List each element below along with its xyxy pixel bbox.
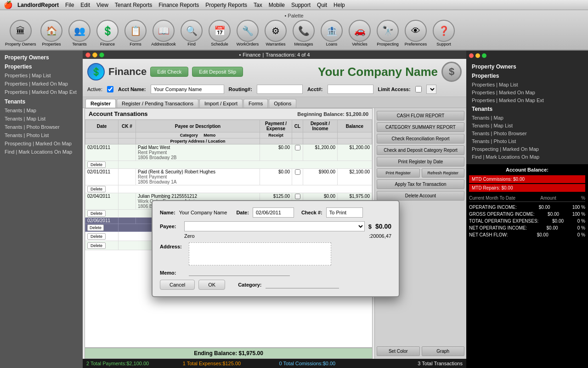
acct-name-input[interactable] (151, 85, 224, 94)
delete-account-btn[interactable]: Delete Account (377, 191, 464, 201)
traffic-light-yellow[interactable] (92, 52, 97, 58)
limit-access-select[interactable] (426, 85, 436, 94)
menu-help[interactable]: Help (334, 2, 345, 8)
tab-forms[interactable]: Forms (243, 99, 268, 108)
right-nav-properties-marked-on-map[interactable]: Properties | Marked On Map (470, 89, 584, 96)
dialog-cancel-button[interactable]: Cancel (160, 280, 195, 290)
toolbar-btn-prospecting[interactable]: 🔭 Prospecting (375, 20, 401, 46)
menu-file[interactable]: File (65, 2, 74, 8)
sidebar-item-prospecting-marked-on-map[interactable]: Prospecting | Marked On Map (3, 140, 80, 147)
toolbar-btn-warranties[interactable]: ⚙ Warranties (263, 20, 288, 46)
set-color-btn[interactable]: Set Color (377, 346, 420, 356)
tab-import-export[interactable]: Import / Export (199, 99, 243, 108)
edit-deposit-button[interactable]: Edit Deposit Slip (192, 67, 243, 77)
delete-btn-row4[interactable]: Delete (87, 224, 104, 231)
dialog-check-input[interactable] (326, 207, 363, 218)
delete-btn-row5[interactable]: Delete (87, 233, 106, 240)
graph-btn[interactable]: Graph (422, 346, 465, 356)
toolbar-btn-finance[interactable]: 💲 Finance (95, 20, 120, 46)
toolbar-btn-addressbook[interactable]: 📖 AddressBook (151, 20, 176, 46)
right-traffic-yellow[interactable] (475, 53, 480, 58)
category-summary-btn[interactable]: CATEGORY SUMMARY REPORT (377, 122, 464, 132)
refresh-register-btn[interactable]: Refresh Register (422, 168, 465, 178)
dialog-ok-button[interactable]: OK (198, 280, 225, 290)
acct-number-input[interactable] (328, 85, 373, 94)
toolbar-btn-messages[interactable]: 📞 Messages (291, 20, 317, 46)
traffic-light-green[interactable] (99, 52, 104, 58)
toolbar-btn-loans[interactable]: 🏦 Loans (319, 20, 345, 46)
right-nav-property-owners[interactable]: Property Owners (470, 63, 584, 71)
right-nav-tenants-map-list[interactable]: Tenants | Map List (470, 122, 584, 129)
right-nav-properties[interactable]: Properties (470, 72, 584, 80)
active-checkbox[interactable] (107, 86, 113, 92)
sidebar-item-tenants-map-list[interactable]: Tenants | Map List (3, 115, 80, 122)
apple-menu[interactable]: 🍎 (4, 0, 13, 9)
toolbar-btn-workorders[interactable]: 🔧 WorkOrders (235, 20, 260, 46)
routing-input[interactable] (257, 85, 303, 94)
print-register-btn[interactable]: Print Register (377, 168, 420, 178)
menu-view[interactable]: View (96, 2, 108, 8)
toolbar-btn-tenants[interactable]: 👥 Tenants (67, 20, 92, 46)
print-register-date-btn[interactable]: Print Register by Date (377, 157, 464, 167)
menu-edit[interactable]: Edit (80, 2, 90, 8)
toolbar-btn-properties[interactable]: 🏠 Properties (39, 20, 64, 46)
menu-support[interactable]: Support (291, 2, 311, 8)
sidebar-item-properties-map-list[interactable]: Properties | Map List (3, 72, 80, 79)
delete-btn-row1[interactable]: Delete (87, 161, 106, 168)
toolbar-btn-schedule[interactable]: 📅 Schedule (207, 20, 232, 46)
menu-finance-reports[interactable]: Finance Reports (158, 2, 199, 8)
dialog-date-input[interactable] (253, 207, 294, 218)
dialog-memo-input[interactable] (189, 269, 290, 276)
sidebar-item-property-owners[interactable]: Property Owners (3, 53, 80, 62)
dialog-payee-select[interactable] (184, 221, 365, 231)
sidebar-item-find-mark-locations[interactable]: Find | Mark Locations On Map (3, 148, 80, 155)
right-nav-find-mark[interactable]: Find | Mark Locations On Map (470, 153, 584, 161)
toolbar-btn-property-owners[interactable]: 🏛 Property Owners (5, 20, 36, 46)
right-traffic-red[interactable] (469, 53, 474, 58)
cl-checkbox-row3[interactable] (295, 194, 300, 199)
sidebar-item-properties-marked-on-map-ext[interactable]: Properties | Marked On Map Ext (3, 88, 80, 96)
right-traffic-green[interactable] (482, 53, 486, 58)
delete-btn-row6[interactable]: Delete (87, 242, 106, 249)
sidebar-item-tenants-photo-list[interactable]: Tenants | Photo List (3, 132, 80, 139)
toolbar-btn-find[interactable]: 🔍 Find (179, 20, 204, 46)
cl-checkbox-row1[interactable] (295, 145, 300, 150)
right-nav-tenants-map[interactable]: Tenants | Map (470, 114, 584, 121)
right-nav-properties-map-list[interactable]: Properties | Map List (470, 81, 584, 88)
toolbar-btn-vehicles[interactable]: 🚗 Vehicles (347, 20, 373, 46)
right-nav-tenants-photo-browser[interactable]: Tenants | Photo Browser (470, 130, 584, 137)
tab-options[interactable]: Options (269, 99, 296, 108)
traffic-light-red[interactable] (85, 52, 90, 58)
menu-tenant-reports[interactable]: Tenant Reports (115, 2, 152, 8)
sidebar-item-properties[interactable]: Properties (3, 63, 80, 71)
sidebar-item-tenants-map[interactable]: Tenants | Map (3, 107, 80, 114)
sidebar-item-tenants[interactable]: Tenants (3, 98, 80, 106)
sidebar-item-properties-marked-on-map[interactable]: Properties | Marked On Map (3, 80, 80, 87)
right-nav-tenants[interactable]: Tenants (470, 105, 584, 113)
delete-btn-row2[interactable]: Delete (87, 186, 106, 192)
tab-pending-transactions[interactable]: Register / Pending Transactions (117, 99, 198, 108)
check-deposit-category-btn[interactable]: Check and Deposit Category Report (377, 145, 464, 155)
toolbar-btn-support[interactable]: ❓ Support (431, 20, 457, 46)
cl-checkbox-row2[interactable] (295, 169, 300, 175)
right-nav-properties-marked-on-map-ext[interactable]: Properties | Marked On Map Ext (470, 97, 584, 104)
tab-register[interactable]: Register (85, 99, 116, 108)
menu-mobile[interactable]: Mobile (269, 2, 285, 8)
menu-property-reports[interactable]: Property Reports (205, 2, 247, 8)
apply-tax-btn[interactable]: Apply Tax for Transaction (377, 179, 464, 189)
cash-flow-report-btn[interactable]: CASH FLOW REPORT (377, 111, 464, 121)
limit-access-checkbox[interactable] (415, 86, 422, 92)
edit-check-button[interactable]: Edit Check (150, 67, 188, 77)
menu-tax[interactable]: Tax (254, 2, 262, 8)
delete-btn-row3[interactable]: Delete (87, 210, 106, 217)
menu-quit[interactable]: Quit (317, 2, 327, 8)
toolbar-btn-forms[interactable]: 📋 Forms (123, 20, 148, 46)
dialog-category-input[interactable] (266, 282, 339, 288)
check-reconciliation-btn[interactable]: Check Reconciliation Report (377, 134, 464, 144)
dialog-address-input[interactable] (189, 242, 331, 265)
sidebar-item-tenants-photo-browser[interactable]: Tenants | Photo Browser (3, 123, 80, 131)
toolbar-btn-preferences[interactable]: 👁 Preferences (403, 20, 429, 46)
right-nav-prospecting-marked[interactable]: Prospecting | Marked On Map (470, 145, 584, 153)
right-nav-tenants-photo-list[interactable]: Tenants | Photo List (470, 138, 584, 145)
address-row1: 1806 Broadway 2B (138, 155, 258, 160)
